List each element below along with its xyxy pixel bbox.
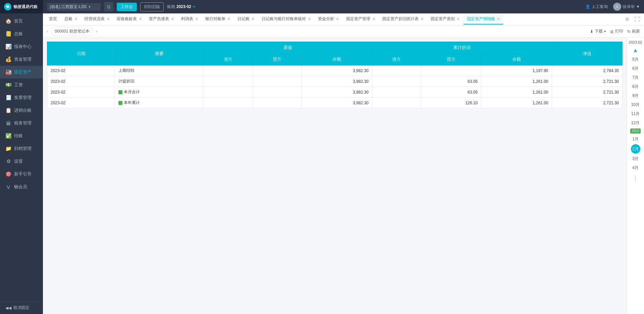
user-menu[interactable]: 人 徐泽华 ▼	[613, 3, 640, 11]
table-row: 2023-02 本年累计 3,982.30 126.10 1,261.00 2,…	[47, 98, 623, 108]
table-container: 日期 摘要 原值 累计折旧 净值 借方 贷方 余额 借方 贷方 余额	[43, 38, 627, 314]
tab-close-11[interactable]: ✕	[421, 17, 423, 21]
right-panel-month-2022-0[interactable]: 5月	[629, 55, 642, 64]
cell-abstract-2: 本月合计	[115, 87, 204, 98]
tab-close-9[interactable]: ✕	[336, 17, 339, 21]
download-label: 下载	[595, 29, 603, 34]
tab-label-3: 应收账龄表	[117, 16, 137, 22]
tab-close-10[interactable]: ✕	[372, 17, 375, 21]
tab-6[interactable]: 银行对账单✕	[202, 14, 233, 24]
tab-10[interactable]: 固定资产管理✕	[343, 14, 378, 24]
right-panel-month-2022-3[interactable]: 8月	[629, 83, 642, 91]
sidebar-item-首页[interactable]: 🏠 首页	[0, 15, 43, 28]
user-name: 徐泽华	[623, 4, 635, 10]
sidebar-item-畅会员[interactable]: V 畅会员	[0, 180, 43, 193]
subnav-item[interactable]: 000001 联想笔记本	[51, 27, 93, 36]
sidebar-item-归档管理[interactable]: 📁 归档管理	[0, 142, 43, 155]
right-panel-month-2022-5[interactable]: 10月	[629, 101, 642, 109]
cell-dep-debit-2	[372, 87, 421, 98]
tab-5[interactable]: 利润表✕	[178, 14, 201, 24]
right-panel-month-2023-3[interactable]: 4月	[629, 164, 642, 172]
sidebar-bottom[interactable]: ◀◀ 取消固定	[0, 301, 43, 314]
right-panel-month-2022-1[interactable]: 6月	[629, 64, 642, 73]
print-label: 打印	[615, 29, 623, 34]
cell-dep-balance-2: 1,261.00	[481, 87, 552, 98]
sidebar-item-总账[interactable]: 📒 总账	[0, 28, 43, 40]
tab-label-1: 总账	[64, 16, 72, 22]
sidebar-item-税务管理[interactable]: 🏛 税务管理	[0, 117, 43, 129]
tab-2[interactable]: 经营状况表✕	[81, 14, 113, 24]
sidebar-item-结账[interactable]: ✅ 结账	[0, 129, 43, 142]
sidebar-icon-1: 📒	[5, 31, 11, 37]
sidebar-item-设置[interactable]: ⚙ 设置	[0, 155, 43, 168]
sidebar-item-固定资产[interactable]: 🏭 固定资产	[0, 66, 43, 78]
tab-13[interactable]: 固定资产明细账✕	[464, 14, 503, 24]
sidebar-item-报表中心[interactable]: 📊 报表中心	[0, 40, 43, 53]
logo-text: 畅捷通易代账	[13, 4, 38, 10]
tab-close-5[interactable]: ✕	[195, 17, 198, 21]
cell-date-1: 2023-02	[47, 76, 115, 87]
tab-3[interactable]: 应收账龄表✕	[113, 14, 145, 24]
close-all-tabs-button[interactable]: ✕	[624, 15, 631, 23]
tab-close-13[interactable]: ✕	[497, 17, 500, 21]
download-arrow-icon: ▾	[604, 30, 606, 33]
company-selector[interactable]: (劝名) 江西股宝-LSS ▼	[47, 3, 101, 11]
tab-close-2[interactable]: ✕	[107, 17, 109, 21]
tab-close-3[interactable]: ✕	[139, 17, 142, 21]
subnav-left-arrow[interactable]: ‹	[47, 29, 48, 34]
tab-close-8[interactable]: ✕	[308, 17, 311, 21]
right-panel-scroll-up[interactable]: ▲	[629, 46, 642, 55]
sidebar-label-2: 报表中心	[14, 44, 32, 50]
tab-12[interactable]: 固定资产类别✕	[427, 14, 463, 24]
tab-9[interactable]: 资金分析✕	[315, 14, 342, 24]
sidebar-label-1: 总账	[14, 31, 23, 37]
tab-11[interactable]: 固定资产折旧统计表✕	[379, 14, 427, 24]
right-panel-month-2022-4[interactable]: 9月	[629, 92, 642, 100]
tab-7[interactable]: 日记账✕	[234, 14, 258, 24]
sidebar-icon-7: 📋	[5, 107, 11, 113]
tab-close-6[interactable]: ✕	[227, 17, 230, 21]
sidebar-item-进销台账[interactable]: 📋 进销台账	[0, 104, 43, 117]
right-panel-month-2022-6[interactable]: 11月	[629, 110, 642, 118]
tab-label-5: 利润表	[181, 16, 193, 22]
service-button[interactable]: 👤 人工客询	[585, 4, 608, 10]
sidebar-icon-5: 💵	[5, 82, 11, 88]
workbench-button[interactable]: 工作台	[117, 3, 137, 11]
print-button[interactable]: 🖨 打印	[610, 29, 623, 34]
col-original-header: 原值	[204, 42, 372, 54]
subnav-right-arrow[interactable]: ›	[96, 29, 97, 34]
right-panel-more[interactable]: ⋮	[629, 174, 642, 182]
tab-close-4[interactable]: ✕	[171, 17, 174, 21]
cell-dep-debit-3	[372, 98, 421, 108]
cell-abstract-3: 本年累计	[115, 98, 204, 108]
right-panel-month-2022-7[interactable]: 12月	[629, 119, 642, 127]
tab-label-9: 资金分析	[318, 16, 334, 22]
right-panel-month-2023-2[interactable]: 3月	[629, 155, 642, 163]
cell-abstract-1: 计提折旧	[115, 76, 204, 87]
right-panel-month-2023-0[interactable]: 1月	[629, 135, 642, 143]
switch-old-button[interactable]: 切到旧版	[140, 2, 164, 11]
sidebar-item-新手引导[interactable]: 🎯 新手引导	[0, 168, 43, 180]
refresh-button[interactable]: ↻ 刷新	[627, 29, 640, 34]
tab-1[interactable]: 总账✕	[61, 14, 80, 24]
copy-button[interactable]: ⧉	[104, 2, 113, 11]
download-button[interactable]: ⬇ 下载 ▾	[590, 29, 606, 34]
sidebar-item-资金管理[interactable]: 💰 资金管理	[0, 53, 43, 66]
sidebar: 畅 畅捷通易代账 🏠 首页 📒 总账 📊 报表中心 💰 资金管理 🏭 固定资产 …	[0, 0, 43, 314]
period-value: 2023-02	[176, 4, 191, 9]
col-date-header: 日期	[47, 42, 115, 65]
tab-0[interactable]: 首页	[46, 14, 60, 24]
right-panel-month-2022-2[interactable]: 7月	[629, 73, 642, 82]
tab-8[interactable]: 日记账与银行对账单核对✕	[258, 14, 314, 24]
sidebar-item-工资[interactable]: 💵 工资	[0, 78, 43, 91]
edit-period-icon[interactable]: ✏	[193, 4, 196, 9]
tab-close-1[interactable]: ✕	[74, 17, 77, 21]
right-panel-month-2023-1[interactable]: 2月	[631, 144, 640, 154]
tab-close-12[interactable]: ✕	[457, 17, 460, 21]
tab-close-7[interactable]: ✕	[252, 17, 254, 21]
sidebar-item-发票管理[interactable]: 🧾 发票管理	[0, 91, 43, 104]
tab-label-12: 固定资产类别	[431, 16, 455, 22]
maximize-button[interactable]: ⛶	[633, 16, 641, 23]
tab-label-11: 固定资产折旧统计表	[382, 16, 419, 22]
tab-4[interactable]: 资产负债表✕	[146, 14, 177, 24]
